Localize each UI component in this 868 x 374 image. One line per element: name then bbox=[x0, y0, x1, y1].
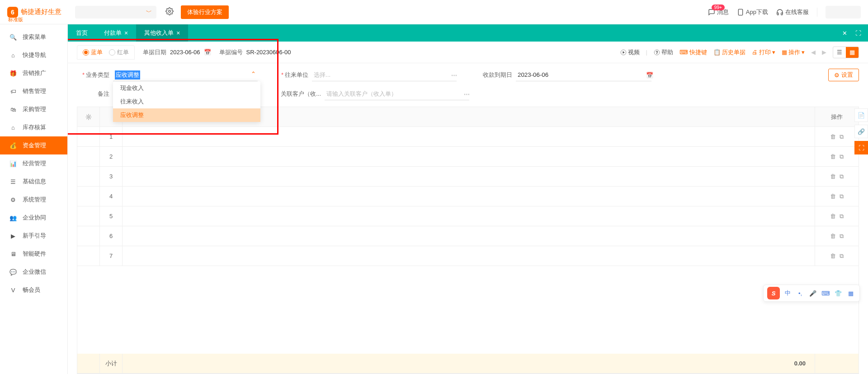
calendar-icon[interactable]: 📅 bbox=[646, 72, 653, 79]
tab-home[interactable]: 首页 bbox=[68, 24, 96, 42]
sidebar-item-marketing[interactable]: 🎁营销推广 bbox=[0, 64, 67, 82]
sidebar-item-finance[interactable]: 💰资金管理 bbox=[0, 136, 67, 154]
row-cell[interactable] bbox=[123, 147, 815, 166]
more-icon[interactable]: ⋯ bbox=[464, 91, 470, 98]
close-icon[interactable]: × bbox=[124, 29, 128, 37]
sidebar-item-hardware[interactable]: 🖥智能硬件 bbox=[0, 245, 67, 263]
row-number: 6 bbox=[100, 226, 123, 246]
print-button[interactable]: 🖨打印▾ bbox=[752, 48, 775, 56]
sidebar-item-inventory[interactable]: ⌂库存核算 bbox=[0, 118, 67, 136]
data-table: ⇅*收 操作 1 🗑 ⧉ 2 🗑 ⧉ 3 🗑 ⧉ 4 🗑 bbox=[77, 107, 859, 374]
rail-attach-icon[interactable]: 🔗 bbox=[854, 125, 868, 138]
copy-icon[interactable]: ⧉ bbox=[840, 133, 844, 140]
sidebar-item-business[interactable]: 📊经营管理 bbox=[0, 154, 67, 173]
prev-icon[interactable]: ◀ bbox=[811, 49, 816, 56]
org-selector[interactable]: ﹀ bbox=[75, 6, 156, 19]
row-number: 3 bbox=[100, 167, 123, 186]
table-row[interactable]: 7 🗑 ⧉ bbox=[77, 246, 859, 266]
rail-expand-icon[interactable]: ⛶ bbox=[854, 141, 868, 154]
row-cell[interactable] bbox=[123, 206, 815, 226]
close-icon[interactable]: × bbox=[176, 29, 180, 37]
table-row[interactable]: 4 🗑 ⧉ bbox=[77, 187, 859, 206]
next-icon[interactable]: ▶ bbox=[822, 49, 826, 56]
chevron-down-icon: ▾ bbox=[772, 49, 775, 56]
doc-number-field: 单据编号 SR-20230606-00 bbox=[219, 48, 291, 56]
more-icon[interactable]: ⋯ bbox=[451, 72, 457, 79]
sidebar-item-guide[interactable]: ▶新手引导 bbox=[0, 227, 67, 245]
table-row[interactable]: 5 🗑 ⧉ bbox=[77, 206, 859, 226]
delete-icon[interactable]: 🗑 bbox=[830, 153, 836, 160]
sidebar-item-system[interactable]: ⚙系统管理 bbox=[0, 191, 67, 209]
view-grid-icon[interactable]: ▦ bbox=[846, 47, 859, 58]
copy-icon[interactable]: ⧉ bbox=[840, 193, 844, 200]
due-date-input[interactable] bbox=[516, 69, 651, 81]
gear-icon[interactable] bbox=[165, 7, 174, 17]
sidebar-item-collab[interactable]: 👥企业协同 bbox=[0, 209, 67, 227]
support-link[interactable]: 在线客服 bbox=[776, 8, 809, 16]
ime-mic-icon[interactable]: 🎤 bbox=[808, 288, 818, 298]
sidebar-item-sales[interactable]: 🏷销售管理 bbox=[0, 82, 67, 100]
radio-blue[interactable]: 蓝单 bbox=[83, 48, 103, 56]
ime-logo-icon[interactable]: S bbox=[767, 287, 780, 299]
sidebar-item-baseinfo[interactable]: ☰基础信息 bbox=[0, 173, 67, 191]
sidebar-item-search[interactable]: 🔍搜索菜单 bbox=[0, 28, 67, 46]
shortcut-button[interactable]: ⌨快捷键 bbox=[679, 48, 707, 56]
ime-skin-icon[interactable]: 👕 bbox=[833, 288, 843, 298]
copy-icon[interactable]: ⧉ bbox=[840, 173, 844, 180]
help-link[interactable]: ?帮助 bbox=[654, 48, 673, 56]
sidebar-item-wechat[interactable]: 💬企业微信 bbox=[0, 263, 67, 281]
view-toggle: ☰ ▦ bbox=[833, 47, 859, 58]
delete-icon[interactable]: 🗑 bbox=[830, 213, 836, 220]
row-cell[interactable] bbox=[123, 226, 815, 246]
user-avatar[interactable] bbox=[826, 6, 861, 19]
row-cell[interactable] bbox=[123, 187, 815, 206]
radio-red[interactable]: 红单 bbox=[109, 48, 129, 56]
sidebar-item-purchase[interactable]: 🛍采购管理 bbox=[0, 100, 67, 118]
ime-keyboard-icon[interactable]: ⌨ bbox=[821, 288, 830, 298]
row-cell[interactable] bbox=[123, 167, 815, 186]
delete-icon[interactable]: 🗑 bbox=[830, 252, 836, 259]
delete-icon[interactable]: 🗑 bbox=[830, 233, 836, 239]
ime-lang-button[interactable]: 中 bbox=[783, 288, 793, 298]
copy-icon[interactable]: ⧉ bbox=[840, 213, 844, 220]
tab-payment[interactable]: 付款单× bbox=[96, 24, 136, 42]
video-link[interactable]: 视频 bbox=[620, 48, 640, 56]
chevron-up-icon[interactable]: ⌃ bbox=[251, 70, 256, 77]
row-cell[interactable] bbox=[123, 246, 815, 266]
copy-icon[interactable]: ⧉ bbox=[840, 252, 844, 260]
row-cell[interactable] bbox=[123, 127, 815, 146]
table-row[interactable]: 2 🗑 ⧉ bbox=[77, 147, 859, 167]
messages-link[interactable]: 99+ 消息 bbox=[708, 8, 729, 16]
app-download-link[interactable]: App下载 bbox=[737, 8, 768, 16]
ime-menu-icon[interactable]: ▦ bbox=[846, 288, 856, 298]
table-settings-button[interactable] bbox=[77, 107, 100, 126]
tab-close-all-icon[interactable]: ✕ bbox=[840, 28, 849, 37]
related-customer-input[interactable] bbox=[325, 88, 469, 100]
table-row[interactable]: 1 🗑 ⧉ bbox=[77, 127, 859, 147]
dropdown-option[interactable]: 往来收入 bbox=[113, 95, 260, 108]
partner-input[interactable] bbox=[312, 69, 457, 81]
fullscreen-icon[interactable]: ⛶ bbox=[854, 28, 863, 37]
biz-type-select[interactable]: 应收调整 bbox=[113, 69, 258, 81]
view-list-icon[interactable]: ☰ bbox=[833, 47, 846, 58]
history-button[interactable]: 📋历史单据 bbox=[713, 48, 745, 56]
delete-icon[interactable]: 🗑 bbox=[830, 193, 836, 200]
calendar-icon[interactable]: 📅 bbox=[204, 49, 211, 56]
sidebar-item-quicknav[interactable]: ⌂快捷导航 bbox=[0, 46, 67, 64]
delete-icon[interactable]: 🗑 bbox=[830, 133, 836, 140]
table-row[interactable]: 6 🗑 ⧉ bbox=[77, 226, 859, 246]
solution-button[interactable]: 体验行业方案 bbox=[181, 5, 229, 19]
operate-button[interactable]: ▦操作▾ bbox=[782, 48, 805, 56]
settings-button[interactable]: ⚙ 设置 bbox=[828, 69, 859, 81]
dropdown-option[interactable]: 现金收入 bbox=[113, 81, 260, 95]
dropdown-option[interactable]: 应收调整 bbox=[113, 108, 260, 122]
doc-date-value[interactable]: 2023-06-06 bbox=[170, 49, 200, 56]
delete-icon[interactable]: 🗑 bbox=[830, 173, 836, 180]
sidebar-item-vip[interactable]: V畅会员 bbox=[0, 281, 67, 299]
rail-note-icon[interactable]: 📄 bbox=[854, 108, 868, 122]
copy-icon[interactable]: ⧉ bbox=[840, 233, 844, 240]
tab-other-income[interactable]: 其他收入单× bbox=[136, 24, 188, 42]
table-row[interactable]: 3 🗑 ⧉ bbox=[77, 167, 859, 187]
ime-punct-icon[interactable]: •, bbox=[795, 288, 805, 298]
copy-icon[interactable]: ⧉ bbox=[840, 153, 844, 160]
